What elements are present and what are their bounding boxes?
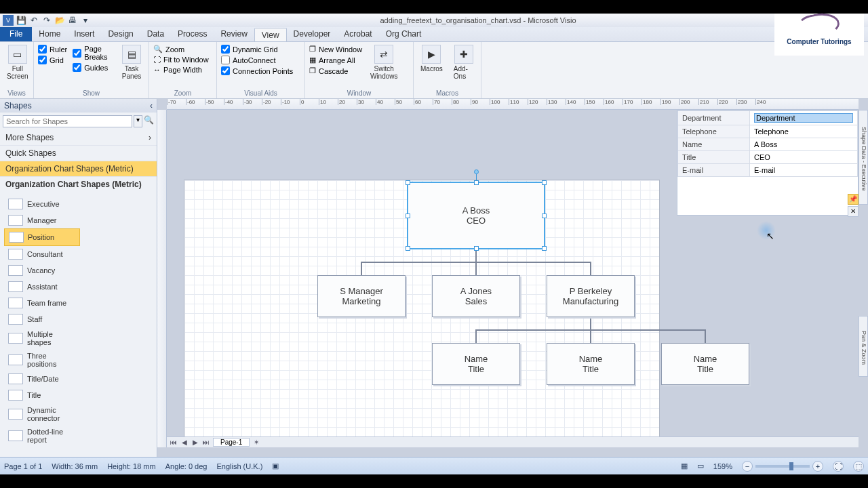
org-box-r2-1[interactable]: A JonesSales	[432, 275, 520, 317]
sheet-nav-first[interactable]: ⏮	[170, 439, 178, 446]
org-box-r2-0[interactable]: S ManagerMarketing	[317, 275, 406, 317]
zoom-in-button[interactable]: +	[812, 461, 823, 472]
search-shapes-input[interactable]	[3, 115, 132, 127]
page-width-button[interactable]: ↔ Page Width	[153, 66, 209, 74]
shape-item-dotted-line-report[interactable]: Dotted-line report	[4, 425, 80, 447]
shape-item-title[interactable]: Title	[4, 387, 80, 403]
quick-shapes-row[interactable]: Quick Shapes	[0, 146, 157, 161]
org-box-r3-2[interactable]: NameTitle	[661, 343, 749, 385]
fit-window-button[interactable]: ⛶ Fit to Window	[153, 56, 209, 64]
zoom-slider[interactable]	[755, 465, 810, 468]
tab-file[interactable]: File	[0, 27, 32, 41]
tab-view[interactable]: View	[254, 28, 287, 41]
shape-data-tab[interactable]: Shape Data - Executive	[859, 110, 868, 205]
tab-orgchart[interactable]: Org Chart	[379, 27, 429, 41]
shape-icon	[8, 354, 23, 365]
undo-icon[interactable]: ↶	[28, 15, 39, 26]
org-box-r3-0[interactable]: NameTitle	[432, 343, 520, 385]
stencil-selected-row[interactable]: Organization Chart Shapes (Metric)	[0, 161, 157, 177]
macro-record-icon[interactable]: ▣	[272, 462, 279, 470]
org-box-r2-2[interactable]: P BerkeleyManufacturing	[547, 275, 635, 317]
task-panes-button[interactable]: ▤Task Panes	[119, 43, 144, 81]
autoconnect-checkbox[interactable]: AutoConnect	[221, 56, 293, 64]
org-name: A Boss	[411, 205, 541, 216]
ruler-checkbox[interactable]: Ruler	[38, 45, 67, 54]
close-icon[interactable]: ✕	[848, 206, 859, 217]
pan-zoom-tab[interactable]: Pan & Zoom	[859, 316, 868, 377]
page-tab[interactable]: Page-1	[213, 438, 250, 447]
sd-label-email: E-mail	[678, 164, 750, 177]
shape-item-multiple-shapes[interactable]: Multiple shapes	[4, 327, 80, 349]
fit-page-button[interactable]: ⛶	[833, 461, 844, 472]
sd-label-telephone: Telephone	[678, 125, 750, 138]
org-box-ceo[interactable]: A Boss CEO	[407, 182, 545, 249]
shape-data-window[interactable]: Department TelephoneTelephone NameA Boss…	[677, 110, 859, 216]
addons-button[interactable]: ✚Add-Ons	[451, 43, 477, 81]
guides-checkbox[interactable]: Guides	[73, 63, 113, 72]
shape-item-consultant[interactable]: Consultant	[4, 246, 80, 262]
more-shapes-row[interactable]: More Shapes›	[0, 130, 157, 146]
shape-item-three-positions[interactable]: Three positions	[4, 349, 80, 371]
shape-item-staff[interactable]: Staff	[4, 311, 80, 327]
shape-item-assistant[interactable]: Assistant	[4, 279, 80, 295]
shape-item-position[interactable]: Position	[4, 228, 80, 246]
tab-home[interactable]: Home	[32, 27, 67, 41]
tutoring-logo: Computer Tutorings	[774, 14, 864, 56]
tab-design[interactable]: Design	[101, 27, 140, 41]
shape-item-dynamic-connector[interactable]: Dynamic connector	[4, 403, 80, 425]
shape-item-executive[interactable]: Executive	[4, 196, 80, 212]
status-angle: Angle: 0 deg	[165, 462, 208, 470]
open-icon[interactable]: 📂	[54, 15, 65, 26]
horizontal-ruler: -70-60-50-40-30-20-100102030405060708090…	[167, 99, 859, 110]
fullscreen-toggle-button[interactable]: ⬚	[853, 461, 864, 472]
connection-points-checkbox[interactable]: Connection Points	[221, 66, 293, 75]
pin-icon[interactable]: 📌	[848, 194, 859, 205]
shape-item-team-frame[interactable]: Team frame	[4, 295, 80, 311]
sd-value-name[interactable]: A Boss	[750, 138, 858, 151]
new-window-button[interactable]: ❐ New Window	[309, 45, 362, 54]
sheet-nav-last[interactable]: ⏭	[202, 439, 210, 446]
drawing-canvas[interactable]: -70-60-50-40-30-20-100102030405060708090…	[157, 99, 868, 457]
sd-value-title[interactable]: CEO	[750, 151, 858, 164]
collapse-icon[interactable]: ‹	[150, 101, 153, 110]
arrange-all-button[interactable]: ▦ Arrange All	[309, 56, 362, 64]
save-icon[interactable]: 💾	[16, 15, 26, 26]
sheet-nav-next[interactable]: ▶	[191, 439, 199, 446]
new-page-button[interactable]: ✶	[252, 439, 260, 446]
status-language[interactable]: English (U.K.)	[216, 462, 262, 470]
org-box-r3-1[interactable]: NameTitle	[547, 343, 635, 385]
macros-button[interactable]: ▶Macros	[418, 43, 446, 74]
sd-value-department[interactable]	[750, 111, 858, 125]
search-icon[interactable]: 🔍	[144, 115, 154, 127]
view-normal-icon[interactable]: ▦	[681, 462, 688, 470]
print-icon[interactable]: 🖶	[67, 15, 78, 26]
pagebreaks-checkbox[interactable]: Page Breaks	[73, 45, 113, 61]
qat-dropdown-icon[interactable]: ▾	[80, 15, 91, 26]
shape-item-manager[interactable]: Manager	[4, 212, 80, 228]
zoom-out-button[interactable]: −	[742, 461, 753, 472]
cursor-icon: ↖	[766, 230, 774, 241]
sheet-nav-prev[interactable]: ◀	[180, 439, 189, 446]
zoom-level[interactable]: 159%	[713, 462, 732, 470]
tab-review[interactable]: Review	[214, 27, 254, 41]
view-fullscreen-icon[interactable]: ▭	[697, 462, 704, 470]
tab-process[interactable]: Process	[171, 27, 214, 41]
shape-item-title-date[interactable]: Title/Date	[4, 371, 80, 387]
search-dropdown-icon[interactable]: ▾	[134, 115, 142, 127]
tab-insert[interactable]: Insert	[67, 27, 101, 41]
full-screen-button[interactable]: ▭Full Screen	[4, 43, 31, 81]
tab-acrobat[interactable]: Acrobat	[337, 27, 378, 41]
tab-data[interactable]: Data	[140, 27, 171, 41]
zoom-button[interactable]: 🔍 Zoom	[153, 45, 209, 54]
cascade-button[interactable]: ❐ Cascade	[309, 66, 362, 75]
dynamic-grid-checkbox[interactable]: Dynamic Grid	[221, 45, 293, 54]
sd-value-telephone[interactable]: Telephone	[750, 125, 858, 138]
tab-developer[interactable]: Developer	[287, 27, 338, 41]
shape-item-vacancy[interactable]: Vacancy	[4, 262, 80, 279]
redo-icon[interactable]: ↷	[41, 15, 52, 26]
status-page: Page 1 of 1	[4, 462, 42, 470]
grid-checkbox[interactable]: Grid	[38, 56, 67, 64]
sd-value-email[interactable]: E-mail	[750, 164, 858, 177]
switch-windows-button[interactable]: ⇄Switch Windows	[368, 43, 400, 81]
window-title: adding_freetext_to_organisation_chart.vs…	[91, 16, 865, 24]
